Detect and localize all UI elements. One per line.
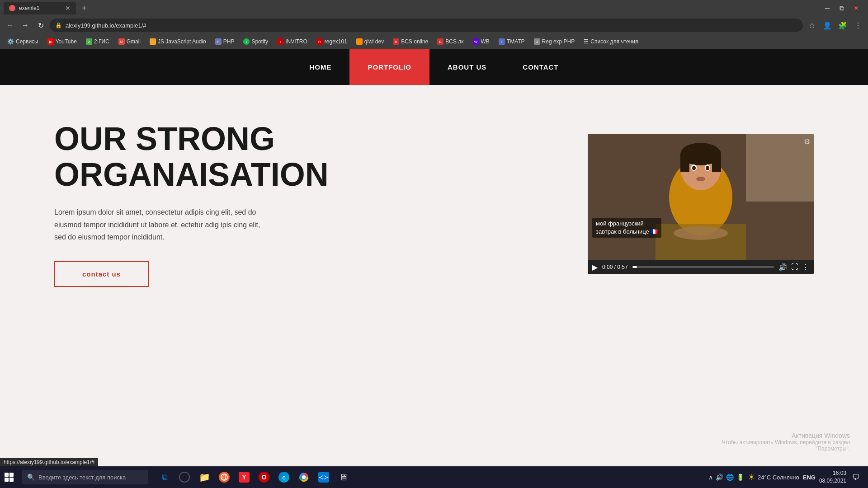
extensions-button[interactable]: 🧩 — [836, 19, 849, 32]
video-controls[interactable]: ▶ 0:00 / 0:57 🔊 ⛶ ⋮ — [588, 260, 814, 274]
bookmark-label: PHP — [223, 38, 235, 45]
video-play-button[interactable]: ▶ — [592, 263, 598, 272]
browser-window: exemle1 ✕ + ─ ⧉ ✕ ← → ↻ 🔒 alexiy199.gith… — [0, 0, 868, 323]
bookmark-label: Gmail — [127, 38, 141, 45]
svg-point-12 — [696, 177, 705, 181]
bookmark-favicon: ⚙️ — [7, 38, 14, 45]
bookmark-wb[interactable]: W WB — [469, 38, 493, 46]
hero-description: Lorem ipsum dolor sit amet, consectetur … — [54, 206, 262, 243]
video-corner-icon: ⚙ — [804, 137, 810, 146]
bookmark-youtube[interactable]: ▶ YouTube — [44, 38, 80, 46]
bookmark-button[interactable]: ☆ — [806, 19, 818, 32]
svg-point-11 — [706, 166, 709, 170]
bookmark-favicon: B — [393, 38, 399, 45]
website-content: HOME PORTFOLIO ABOUT US CONTACT OUR STRO… — [0, 49, 868, 323]
bookmark-favicon: P — [215, 38, 222, 45]
bookmark-favicon: T — [499, 38, 505, 45]
back-button[interactable]: ← — [4, 19, 16, 32]
window-minimize-button[interactable]: ─ — [823, 5, 832, 12]
bookmarks-bar: ⚙️ Сервисы ▶ YouTube 2 2 ГИС M Gmail JS … — [0, 34, 868, 49]
bookmark-regexp-php[interactable]: U Reg exp PHP — [530, 38, 579, 46]
reading-list-icon: ☰ — [584, 38, 589, 45]
bookmark-label: WB — [481, 38, 490, 45]
hero-section: OUR STRONG ORGANAISATION Lorem ipsum dol… — [0, 85, 868, 323]
nav-items: HOME PORTFOLIO ABOUT US CONTACT — [291, 49, 576, 85]
video-control-icons: 🔊 ⛶ ⋮ — [778, 263, 809, 272]
video-progress-bar[interactable] — [632, 266, 774, 268]
video-mute-button[interactable]: 🔊 — [778, 263, 788, 272]
window-controls: ─ ⧉ ✕ — [823, 5, 864, 12]
hero-title: OUR STRONG ORGANAISATION — [54, 121, 552, 192]
site-navigation: HOME PORTFOLIO ABOUT US CONTACT — [0, 49, 868, 85]
hero-title-line1: OUR STRONG — [54, 121, 275, 157]
bookmark-qiwidev[interactable]: qiwi dev — [353, 38, 387, 46]
bookmark-favicon: M — [118, 38, 125, 45]
address-text: alexiy199.github.io/example1/# — [66, 22, 146, 29]
video-container: мой французскийзавтрак в больнице 🇫🇷 ⚙ ▶… — [588, 134, 814, 274]
bookmark-bcs-lk[interactable]: B BCS лк — [434, 38, 467, 46]
window-close-button[interactable]: ✕ — [852, 5, 861, 12]
video-fullscreen-button[interactable]: ⛶ — [791, 263, 798, 271]
video-more-button[interactable]: ⋮ — [802, 263, 809, 272]
tab-title: exemle1 — [19, 5, 39, 11]
bookmark-gmail[interactable]: M Gmail — [115, 38, 144, 46]
bookmark-favicon: W — [473, 38, 479, 45]
bookmark-favicon: ▶ — [47, 38, 54, 45]
video-time: 0:00 / 0:57 — [602, 264, 628, 270]
bookmark-label: qiwi dev — [364, 38, 384, 45]
browser-toolbar: ← → ↻ 🔒 alexiy199.github.io/example1/# ☆… — [0, 16, 868, 34]
nav-item-portfolio[interactable]: PORTFOLIO — [349, 49, 429, 85]
bookmark-favicon: B — [437, 38, 443, 45]
bookmark-label: Сервисы — [16, 38, 38, 45]
bookmark-favicon — [150, 38, 156, 45]
bookmark-favicon — [356, 38, 363, 45]
window-restore-button[interactable]: ⧉ — [837, 5, 846, 12]
bookmark-spotify[interactable]: ♪ Spotify — [240, 38, 272, 46]
menu-button[interactable]: ⋮ — [852, 19, 864, 32]
bookmark-label: JS JavaScript Audio — [158, 38, 206, 45]
forward-button[interactable]: → — [19, 19, 32, 32]
toolbar-actions: ☆ 👤 🧩 ⋮ — [806, 19, 864, 32]
svg-point-10 — [692, 166, 696, 170]
bookmark-favicon: R — [316, 38, 323, 45]
bookmark-favicon: ♪ — [243, 38, 250, 45]
bookmark-label: regex101 — [325, 38, 347, 45]
bookmark-label: YouTube — [56, 38, 77, 45]
bookmark-php[interactable]: P PHP — [212, 38, 238, 46]
profile-button[interactable]: 👤 — [821, 19, 834, 32]
bookmark-invitro[interactable]: I INVITRO — [274, 38, 311, 46]
video-progress-fill — [632, 266, 637, 268]
svg-rect-7 — [712, 154, 721, 172]
tab-bar: exemle1 ✕ + ─ ⧉ ✕ — [0, 0, 868, 16]
bookmark-js-audio[interactable]: JS JavaScript Audio — [146, 38, 210, 46]
bookmark-bcs-online[interactable]: B BCS online — [389, 38, 432, 46]
bookmark-label: BCS лк — [445, 38, 463, 45]
bookmark-label: Список для чтения — [590, 38, 638, 45]
video-frame-svg — [588, 134, 814, 260]
contact-us-button[interactable]: contact us — [54, 261, 149, 287]
browser-tab-active[interactable]: exemle1 ✕ — [4, 2, 76, 14]
nav-item-about[interactable]: ABOUT US — [429, 49, 505, 85]
address-bar[interactable]: 🔒 alexiy199.github.io/example1/# — [50, 19, 803, 32]
bookmark-label: 2 ГИС — [94, 38, 109, 45]
bookmark-favicon: I — [277, 38, 283, 45]
video-subtitle: мой французскийзавтрак в больнице 🇫🇷 — [592, 218, 661, 238]
bookmark-label: BCS online — [401, 38, 428, 45]
bookmark-label: INVITRO — [285, 38, 307, 45]
bookmark-label: Spotify — [251, 38, 268, 45]
bookmark-reading-list[interactable]: ☰ Список для чтения — [580, 38, 642, 46]
video-thumbnail: мой французскийзавтрак в больнице 🇫🇷 ⚙ — [588, 134, 814, 260]
tab-close-button[interactable]: ✕ — [65, 5, 71, 12]
bookmark-servisy[interactable]: ⚙️ Сервисы — [4, 38, 42, 46]
bookmark-tmatr[interactable]: T ТМАТР — [495, 38, 528, 46]
reload-button[interactable]: ↻ — [34, 19, 47, 32]
bookmark-favicon: U — [534, 38, 540, 45]
bookmark-2gis[interactable]: 2 2 ГИС — [82, 38, 113, 46]
nav-item-home[interactable]: HOME — [291, 49, 349, 85]
svg-point-14 — [674, 226, 728, 240]
nav-item-contact[interactable]: CONTACT — [505, 49, 576, 85]
bookmark-regex101[interactable]: R regex101 — [313, 38, 351, 46]
video-player: мой французскийзавтрак в больнице 🇫🇷 ⚙ ▶… — [588, 134, 814, 274]
new-tab-button[interactable]: + — [78, 2, 90, 14]
bookmark-label: Reg exp PHP — [542, 38, 575, 45]
